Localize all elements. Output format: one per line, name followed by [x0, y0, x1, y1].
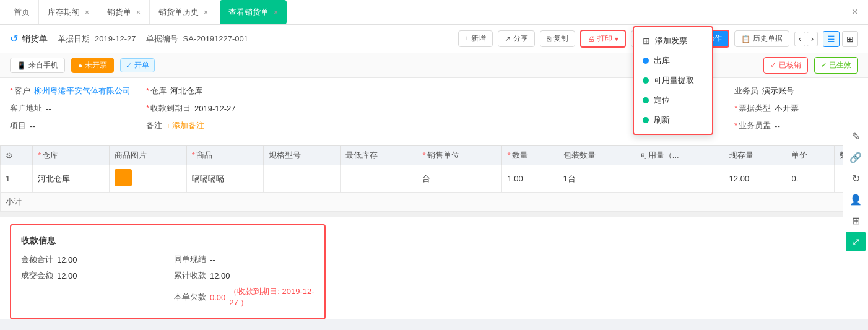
add-invoice-item[interactable]: ⊞ 添加发票 — [634, 31, 712, 51]
tab-sales[interactable]: 销货单 × — [98, 0, 150, 24]
window-close-button[interactable]: × — [846, 6, 863, 19]
balance-label: 本单欠款 — [174, 292, 206, 303]
cumulative-row: 累计收款 12.00 — [174, 270, 315, 281]
available-take-item[interactable]: 可用量提取 — [634, 71, 712, 90]
outbound-label: 出库 — [654, 55, 670, 66]
locate-item[interactable]: 定位 — [634, 90, 712, 110]
th-warehouse: *仓库 — [33, 146, 110, 165]
not-open-ticket-button[interactable]: ● 未开票 — [71, 58, 114, 73]
salesperson2-value: -- — [775, 121, 780, 131]
effective-check-icon: ✓ — [821, 61, 827, 69]
total-value: 12.00 — [57, 255, 77, 264]
form-row-3: 项目 -- 备注 + 添加备注 *业务员盂 -- — [10, 120, 858, 131]
th-image: 商品图片 — [110, 146, 186, 165]
th-available: 可用量（... — [635, 146, 724, 165]
cumulative-value: 12.00 — [210, 271, 230, 280]
tab-home-label: 首页 — [14, 7, 30, 18]
same-order-label: 同单现结 — [174, 254, 206, 265]
view-icons: ☰ ⊞ — [823, 31, 858, 47]
sidebar-table-icon[interactable]: ⊞ — [846, 211, 866, 230]
from-phone-label: 来自手机 — [28, 60, 58, 71]
cell-unit: 台 — [417, 165, 502, 193]
doc-title-icon: ↺ — [10, 33, 18, 45]
tab-inventory[interactable]: 库存期初 × — [39, 0, 98, 24]
same-order-row: 同单现结 -- — [174, 254, 315, 265]
sidebar-rotate-icon[interactable]: ↻ — [846, 168, 866, 188]
main-content: ↺ 销货单 单据日期 2019-12-27 单据编号 SA-20191227-0… — [0, 25, 868, 319]
tab-sales-history[interactable]: 销货单历史 × — [150, 0, 217, 24]
gear-icon[interactable]: ⚙ — [6, 151, 13, 160]
tab-view-sales-close[interactable]: × — [274, 8, 278, 17]
next-arrow[interactable]: › — [807, 32, 818, 46]
available-dot — [643, 77, 649, 84]
from-phone-button[interactable]: 📱 来自手机 — [10, 58, 65, 73]
total-row: 金额合计 12.00 — [21, 254, 162, 265]
history-button[interactable]: 📋 历史单据 — [734, 30, 789, 47]
share-button[interactable]: ↗ 分享 — [498, 30, 535, 47]
th-settings[interactable]: ⚙ — [1, 146, 33, 165]
tab-bar: 首页 库存期初 × 销货单 × 销货单历史 × 查看销货单 × × — [0, 0, 868, 25]
list-view-icon[interactable]: ☰ — [823, 31, 840, 47]
print-dropdown-arrow: ▾ — [615, 35, 618, 43]
effective-label: 已生效 — [829, 61, 851, 69]
th-min-stock: 最低库存 — [341, 146, 417, 165]
cumulative-label: 累计收款 — [174, 270, 206, 281]
doc-meta: 单据日期 2019-12-27 单据编号 SA-20191227-001 — [58, 33, 248, 45]
cancelled-button[interactable]: ✓ 已核销 — [763, 57, 807, 74]
kaidan-badge[interactable]: ✓ 开单 — [120, 58, 155, 72]
tab-view-sales[interactable]: 查看销货单 × — [220, 0, 287, 24]
kaidan-label: 开单 — [134, 60, 149, 71]
history-label: 历史单据 — [753, 33, 783, 44]
th-unit: *销售单位 — [417, 146, 502, 165]
th-quantity: *数量 — [502, 146, 558, 165]
outbound-item[interactable]: 出库 — [634, 51, 712, 71]
due-date-field: *收款到期日 2019-12-27 — [146, 103, 270, 114]
salesperson2-field: *业务员盂 -- — [734, 120, 858, 131]
tab-home[interactable]: 首页 — [5, 0, 39, 24]
refresh-dot — [643, 117, 649, 123]
add-note-button[interactable]: + 添加备注 — [166, 120, 204, 131]
payment-section: 收款信息 金额合计 12.00 同单现结 -- 成交金额 12.00 累计收款 … — [10, 224, 326, 319]
form-row-1: *客户 柳州粤港平安气体有限公司 *仓库 河北仓库 业务员 演示账号 — [10, 85, 858, 97]
tab-inventory-close[interactable]: × — [85, 8, 89, 17]
copy-button[interactable]: ⎘ 复制 — [540, 30, 575, 47]
deal-amount-row: 成交金额 12.00 — [21, 270, 162, 281]
nav-arrows: ‹ › — [794, 32, 818, 46]
scroll-hint — [0, 212, 868, 217]
doc-date-label: 单据日期 2019-12-27 — [58, 33, 136, 45]
table-header-row: ⚙ *仓库 商品图片 *商品 规格型号 最低库存 *销售单位 *数量 包装数量 … — [1, 146, 868, 165]
grid-view-icon[interactable]: ⊞ — [842, 31, 858, 47]
refresh-item[interactable]: 刷新 — [634, 110, 712, 130]
prev-arrow[interactable]: ‹ — [794, 32, 805, 46]
cell-product: 嗝嗝嗝嗝 — [186, 165, 263, 193]
form-section: *客户 柳州粤港平安气体有限公司 *仓库 河北仓库 业务员 演示账号 客户地址 … — [0, 78, 868, 145]
th-spec: 规格型号 — [263, 146, 340, 165]
tab-sales-close[interactable]: × — [136, 8, 141, 17]
sidebar-link-icon[interactable]: 🔗 — [846, 147, 866, 167]
operate-dropdown: ⊞ 添加发票 出库 可用量提取 定位 刷新 — [633, 26, 713, 135]
th-unit-price: 单价 — [786, 146, 834, 165]
salesperson-value: 演示账号 — [762, 85, 794, 97]
tab-inventory-label: 库存期初 — [48, 7, 80, 18]
sidebar-user-icon[interactable]: 👤 — [846, 189, 866, 209]
locate-dot — [643, 97, 649, 103]
th-pack-qty: 包装数量 — [558, 146, 635, 165]
tab-sales-history-close[interactable]: × — [204, 8, 208, 17]
new-button[interactable]: + 新增 — [458, 30, 493, 47]
customer-value[interactable]: 柳州粤港平安气体有限公司 — [34, 85, 131, 97]
doc-title-text: 销货单 — [22, 33, 48, 45]
print-label: 打印 — [597, 33, 612, 44]
project-value: -- — [30, 121, 35, 131]
phone-icon: 📱 — [17, 61, 26, 70]
tab-sales-label: 销货单 — [107, 7, 131, 18]
doc-date-value: 2019-12-27 — [95, 34, 136, 43]
print-button[interactable]: 🖨 打印 ▾ — [580, 30, 626, 48]
sidebar-expand-icon[interactable]: ⤢ — [846, 232, 866, 251]
sidebar-edit-icon[interactable]: ✎ — [846, 126, 866, 146]
cell-image — [110, 165, 186, 193]
payment-grid: 金额合计 12.00 同单现结 -- 成交金额 12.00 累计收款 12.00… — [21, 254, 315, 308]
doc-title: ↺ 销货单 — [10, 33, 48, 45]
effective-button[interactable]: ✓ 已生效 — [814, 57, 858, 74]
warehouse-field: *仓库 河北仓库 — [146, 85, 270, 97]
doc-header: ↺ 销货单 单据日期 2019-12-27 单据编号 SA-20191227-0… — [0, 25, 868, 53]
